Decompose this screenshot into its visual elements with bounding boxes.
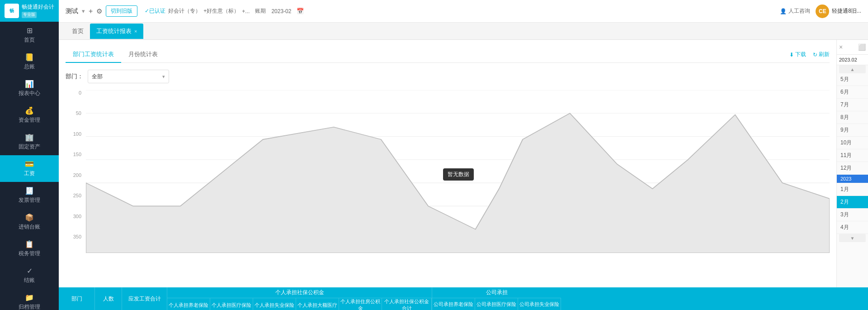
tab-salary[interactable]: 工资统计报表 × — [90, 24, 143, 39]
period-value: 2023-02 — [271, 8, 291, 14]
sidebar-item-home[interactable]: ⊞首页 — [0, 22, 59, 48]
main-content: 测试 ▾ + ⚙ 切到旧版 ✓已认证 好会计（专） +好生意（标） +... 账… — [59, 0, 868, 310]
right-panel: × ⬜ 2023.02 ▲ 5月6月7月8月9月10月11月12月20231月2… — [836, 40, 868, 287]
subtab-bar: 部门工资统计表 月份统计表 ⬇ 下载 ↻ 刷新 — [66, 47, 830, 63]
subtab-month[interactable]: 月份统计表 — [121, 47, 165, 63]
month-item-10[interactable]: 2月 — [837, 196, 868, 209]
sidebar-item-invoice[interactable]: 🧾发票管理 — [0, 182, 59, 209]
table-header: 部门 人数 应发工资合计 个人承担社保公积金 个人承担养老保险 个人承担医疗保险… — [59, 287, 868, 310]
username: 轻捷通8旧... — [832, 7, 861, 15]
sidebar-item-salary[interactable]: 💳工资 — [0, 155, 59, 182]
month-item-7[interactable]: 12月 — [837, 162, 868, 175]
salary-chart: 350 300 250 200 150 100 50 0 — [66, 90, 830, 253]
tab-close-icon[interactable]: × — [134, 29, 137, 34]
th-personal-housing: 个人承担住房公积金 — [339, 298, 382, 310]
ledger-icon: 📒 — [25, 53, 34, 62]
download-button[interactable]: ⬇ 下载 — [789, 51, 806, 58]
th-dept: 部门 — [59, 287, 95, 310]
add-button[interactable]: + — [89, 7, 93, 15]
month-list: 5月6月7月8月9月10月11月12月20231月2月3月4月 — [837, 73, 868, 234]
right-panel-header: × ⬜ — [837, 40, 868, 55]
refresh-icon: ↻ — [813, 52, 817, 58]
dept-filter-select[interactable]: 全部 ▾ — [88, 70, 169, 83]
panel-expand-icon[interactable]: ⬜ — [858, 43, 866, 51]
month-item-3[interactable]: 8月 — [837, 111, 868, 124]
month-item-5[interactable]: 10月 — [837, 137, 868, 149]
th-personal-group: 个人承担社保公积金 个人承担养老保险 个人承担医疗保险 个人承担失业保险 个人承… — [167, 287, 432, 310]
sidebar-label-settlement: 结账 — [24, 277, 35, 284]
refresh-button[interactable]: ↻ 刷新 — [813, 51, 830, 58]
th-personal-medical: 个人承担医疗保险 — [210, 298, 253, 310]
certified-badge: ✓已认证 — [145, 7, 165, 15]
logo-text: 畅捷通好会计 专业版 — [22, 4, 54, 18]
topbar-right: 👤 人工咨询 CE 轻捷通8旧... — [780, 5, 861, 18]
sidebar-label-sales: 进销台账 — [19, 223, 40, 231]
month-item-9[interactable]: 1月 — [837, 183, 868, 196]
settlement-icon: ✓ — [27, 267, 33, 275]
sidebar-label-home: 首页 — [24, 36, 35, 44]
sidebar-item-funds[interactable]: 💰资金管理 — [0, 102, 59, 129]
subtab-dept[interactable]: 部门工资统计表 — [66, 47, 121, 63]
sidebar-item-tax[interactable]: 📋税务管理 — [0, 235, 59, 262]
month-item-4[interactable]: 9月 — [837, 124, 868, 137]
sidebar-item-settlement[interactable]: ✓结账 — [0, 262, 59, 289]
sidebar-label-reports: 报表中心 — [19, 90, 40, 97]
settings-icon[interactable]: ⚙ — [96, 7, 102, 15]
reports-icon: 📊 — [25, 80, 34, 88]
sidebar-label-salary: 工资 — [24, 170, 35, 177]
month-item-6[interactable]: 11月 — [837, 149, 868, 162]
select-arrow-icon: ▾ — [162, 74, 165, 80]
th-personal-pension: 个人承担养老保险 — [167, 298, 210, 310]
th-personal-cols: 个人承担养老保险 个人承担医疗保险 个人承担失业保险 个人承担大额医疗 个人承担… — [167, 298, 432, 310]
salary-icon: 💳 — [25, 160, 34, 168]
sidebar-item-reports[interactable]: 📊报表中心 — [0, 75, 59, 102]
dropdown-arrow-icon[interactable]: ▾ — [82, 8, 85, 14]
content-main: 部门工资统计表 月份统计表 ⬇ 下载 ↻ 刷新 部门： 全部 — [59, 40, 836, 287]
year-nav-up[interactable]: ▲ — [839, 65, 866, 73]
th-personal-group-header: 个人承担社保公积金 — [167, 287, 432, 298]
year-display[interactable]: 2023.02 — [837, 55, 868, 65]
calendar-icon[interactable]: 📅 — [297, 8, 304, 14]
invoice-icon: 🧾 — [25, 186, 34, 195]
month-item-2[interactable]: 7月 — [837, 99, 868, 111]
user-menu[interactable]: CE 轻捷通8旧... — [816, 5, 861, 18]
th-company-pension: 公司承担养老保险 — [432, 298, 475, 310]
sidebar-label-assets: 固定资产 — [19, 143, 40, 151]
tax-icon: 📋 — [25, 240, 34, 248]
topbar: 测试 ▾ + ⚙ 切到旧版 ✓已认证 好会计（专） +好生意（标） +... 账… — [59, 0, 868, 23]
tab-bar: 首页 工资统计报表 × — [59, 23, 868, 40]
subtab-actions: ⬇ 下载 ↻ 刷新 — [789, 51, 830, 58]
tab-home[interactable]: 首页 — [66, 24, 90, 39]
product-badge1: 好会计（专） — [168, 7, 201, 15]
year-nav-down[interactable]: ▼ — [839, 234, 866, 242]
consultant-button[interactable]: 👤 人工咨询 — [780, 7, 810, 15]
consultant-icon: 👤 — [780, 8, 787, 14]
logo-icon: 畅 — [5, 4, 19, 18]
sidebar-item-assets[interactable]: 🏢固定资产 — [0, 129, 59, 155]
sidebar-item-archive[interactable]: 📁归档管理 — [0, 289, 59, 310]
month-item-1[interactable]: 6月 — [837, 86, 868, 99]
assets-icon: 🏢 — [25, 133, 34, 142]
sidebar-item-ledger[interactable]: 📒总账 — [0, 48, 59, 75]
th-company-cols: 公司承担养老保险 公司承担医疗保险 公司承担失业保险 — [432, 298, 561, 310]
panel-close-icon[interactable]: × — [839, 43, 843, 51]
sidebar-label-tax: 税务管理 — [19, 250, 40, 258]
sidebar-nav: ⊞首页📒总账📊报表中心💰资金管理🏢固定资产💳工资🧾发票管理📦进销台账📋税务管理✓… — [0, 22, 59, 310]
download-icon: ⬇ — [789, 52, 794, 58]
month-item-12[interactable]: 4月 — [837, 221, 868, 234]
month-item-8: 2023 — [837, 175, 868, 183]
sidebar: 畅 畅捷通好会计 专业版 ⊞首页📒总账📊报表中心💰资金管理🏢固定资产💳工资🧾发票… — [0, 0, 59, 310]
chart-svg — [86, 90, 830, 253]
funds-icon: 💰 — [25, 106, 34, 115]
sidebar-label-archive: 归档管理 — [19, 303, 40, 310]
period-label: 账期 — [255, 7, 266, 15]
sidebar-item-sales[interactable]: 📦进销台账 — [0, 209, 59, 235]
filter-row: 部门： 全部 ▾ — [66, 70, 830, 83]
th-personal-total: 个人承担社保公积金合计 — [382, 298, 432, 310]
sidebar-label-funds: 资金管理 — [19, 116, 40, 124]
chart-area: 暂无数据 — [86, 90, 830, 253]
switch-version-button[interactable]: 切到旧版 — [106, 5, 137, 17]
th-base-salary: 应发工资合计 — [122, 287, 167, 310]
month-item-0[interactable]: 5月 — [837, 73, 868, 86]
month-item-11[interactable]: 3月 — [837, 209, 868, 221]
